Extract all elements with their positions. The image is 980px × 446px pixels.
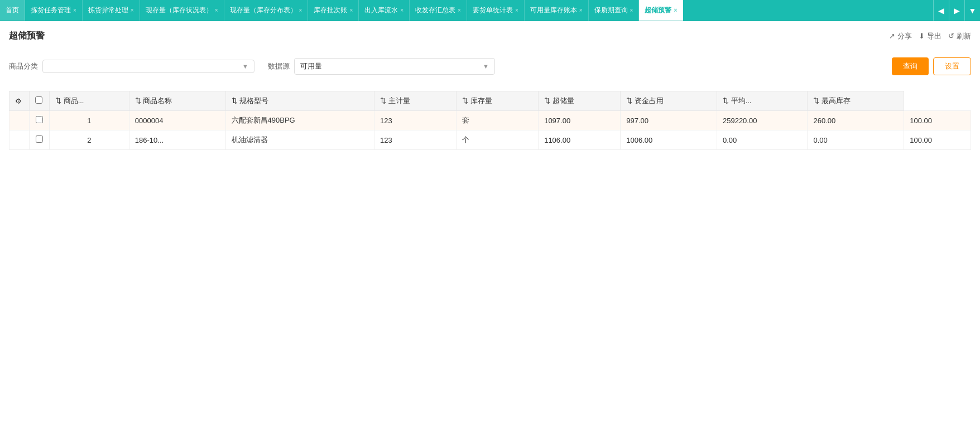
close-tab-icon[interactable]: ×: [515, 7, 518, 13]
nav-prev-button[interactable]: ◀: [933, 0, 949, 21]
data-table: ⚙ ⇅ 商品... ⇅ 商品名称 ⇅ 规格型号 ⇅ 主计量 ⇅: [9, 91, 971, 150]
row-index: 2: [50, 130, 129, 150]
product-code-cell: 0000004: [129, 111, 225, 130]
close-tab-icon[interactable]: ×: [131, 7, 134, 13]
header-actions: ↗ 分享 ⬇ 导出 ↺ 刷新: [889, 31, 971, 41]
table-header-row: ⚙ ⇅ 商品... ⇅ 商品名称 ⇅ 规格型号 ⇅ 主计量 ⇅: [9, 91, 971, 111]
nav-tab-label: 库存批次账: [314, 6, 347, 15]
category-label: 商品分类: [9, 61, 38, 71]
nav-tab-quality-check[interactable]: 保质期查询×: [589, 0, 640, 21]
close-tab-icon[interactable]: ×: [630, 7, 633, 13]
nav-tab-label: 首页: [6, 6, 19, 15]
overstock-col-header[interactable]: ⇅ 超储量: [539, 91, 621, 111]
nav-more-button[interactable]: ▼: [964, 0, 980, 21]
nav-tab-inventory-status[interactable]: 现存量（库存状况表）×: [140, 0, 224, 21]
table-row: 1 0000004 六配套新昌490BPG 123 套 1097.00 997.…: [9, 111, 971, 130]
row-index: 1: [50, 111, 129, 130]
row-checkbox[interactable]: [36, 116, 43, 123]
page-title: 超储预警: [9, 30, 45, 42]
nav-tab-label: 可用量库存账本: [530, 6, 577, 15]
row-settings-cell: [9, 130, 30, 150]
max-stock-col-header[interactable]: ⇅ 最高库存: [808, 91, 904, 111]
nav-tab-inout-flow[interactable]: 出入库流水×: [359, 0, 410, 21]
product-name-cell: 六配套新昌490BPG: [225, 111, 374, 130]
nav-tab-abnormal[interactable]: 拣货异常处理×: [83, 0, 140, 21]
gear-icon[interactable]: ⚙: [15, 97, 22, 105]
query-button[interactable]: 查询: [892, 57, 929, 75]
unit-col-header[interactable]: ⇅ 主计量: [374, 91, 456, 111]
nav-tab-order-stats[interactable]: 要货单统计表×: [467, 0, 525, 21]
inventory-cell: 1106.00: [539, 130, 621, 150]
category-select[interactable]: ▼: [42, 60, 254, 73]
refresh-icon: ↺: [948, 32, 954, 40]
nav-tab-label: 现存量（库存分布表）: [230, 6, 297, 15]
max-stock-cell: 100.00: [904, 111, 971, 130]
checkbox-col-header: [30, 91, 50, 111]
nav-tab-overstock-warning[interactable]: 超储预警×: [639, 0, 683, 21]
top-navigation: 首页拣货任务管理×拣货异常处理×现存量（库存状况表）×现存量（库存分布表）×库存…: [0, 0, 980, 21]
spec-cell: 123: [374, 130, 456, 150]
avg-col-header[interactable]: ⇅ 平均...: [717, 91, 808, 111]
nav-tab-available-account[interactable]: 可用量库存账本×: [525, 0, 589, 21]
inventory-col-header[interactable]: ⇅ 库存量: [457, 91, 539, 111]
select-all-checkbox[interactable]: [35, 96, 42, 104]
product-code-cell: 186-10...: [129, 130, 225, 150]
nav-arrows: ◀ ▶ ▼: [933, 0, 980, 21]
capital-col-header[interactable]: ⇅ 资金占用: [621, 91, 717, 111]
nav-tab-label: 超储预警: [645, 6, 671, 15]
refresh-button[interactable]: ↺ 刷新: [948, 31, 971, 41]
inventory-cell: 1097.00: [539, 111, 621, 130]
product-name-cell: 机油滤清器: [225, 130, 374, 150]
avg-cell: 0.00: [808, 130, 904, 150]
chevron-down-icon: ▼: [483, 63, 489, 70]
spec-cell: 123: [374, 111, 456, 130]
close-tab-icon[interactable]: ×: [400, 7, 403, 13]
row-checkbox-cell: [30, 111, 50, 130]
share-button[interactable]: ↗ 分享: [889, 31, 912, 41]
avg-cell: 260.00: [808, 111, 904, 130]
row-checkbox-cell: [30, 130, 50, 150]
overstock-cell: 1006.00: [621, 130, 717, 150]
close-tab-icon[interactable]: ×: [349, 7, 353, 13]
nav-next-button[interactable]: ▶: [949, 0, 964, 21]
category-filter: 商品分类 ▼: [9, 60, 254, 73]
nav-tab-label: 收发存汇总表: [415, 6, 455, 15]
export-button[interactable]: ⬇ 导出: [919, 31, 941, 41]
datasource-select[interactable]: 可用量 ▼: [294, 58, 495, 75]
close-tab-icon[interactable]: ×: [579, 7, 583, 13]
close-tab-icon[interactable]: ×: [299, 7, 302, 13]
overstock-cell: 997.00: [621, 111, 717, 130]
datasource-value: 可用量: [300, 61, 322, 71]
product-name-col-header[interactable]: ⇅ 商品名称: [129, 91, 225, 111]
capital-cell: 259220.00: [717, 111, 808, 130]
page-header: 超储预警 ↗ 分享 ⬇ 导出 ↺ 刷新: [9, 30, 971, 42]
close-tab-icon[interactable]: ×: [674, 7, 677, 13]
nav-tab-inventory-dist[interactable]: 现存量（库存分布表）×: [224, 0, 309, 21]
nav-tab-label: 拣货异常处理: [88, 6, 128, 15]
table-row: 2 186-10... 机油滤清器 123 个 1106.00 1006.00 …: [9, 130, 971, 150]
nav-tab-collect-send[interactable]: 收发存汇总表×: [410, 0, 467, 21]
chevron-down-icon: ▼: [242, 63, 248, 70]
unit-cell: 套: [457, 111, 539, 130]
settings-button[interactable]: 设置: [933, 57, 971, 75]
export-icon: ⬇: [919, 32, 925, 40]
close-tab-icon[interactable]: ×: [215, 7, 218, 13]
max-stock-cell: 100.00: [904, 130, 971, 150]
row-settings-cell: [9, 111, 30, 130]
page-container: 超储预警 ↗ 分享 ⬇ 导出 ↺ 刷新 商品分类 ▼ 数据源: [0, 21, 980, 446]
nav-tab-label: 要货单统计表: [473, 6, 513, 15]
close-tab-icon[interactable]: ×: [458, 7, 461, 13]
nav-tab-label: 保质期查询: [594, 6, 628, 15]
share-icon: ↗: [889, 32, 895, 40]
row-checkbox[interactable]: [36, 135, 43, 143]
spec-col-header[interactable]: ⇅ 规格型号: [225, 91, 374, 111]
nav-tab-label: 现存量（库存状况表）: [146, 6, 213, 15]
nav-tab-task-mgmt[interactable]: 拣货任务管理×: [25, 0, 83, 21]
nav-tab-label: 拣货任务管理: [31, 6, 71, 15]
unit-cell: 个: [457, 130, 539, 150]
close-tab-icon[interactable]: ×: [73, 7, 76, 13]
filter-action-buttons: 查询 设置: [892, 57, 971, 75]
nav-tab-home[interactable]: 首页: [0, 0, 25, 21]
product-code-col-header[interactable]: ⇅ 商品...: [50, 91, 129, 111]
nav-tab-batch[interactable]: 库存批次账×: [308, 0, 359, 21]
